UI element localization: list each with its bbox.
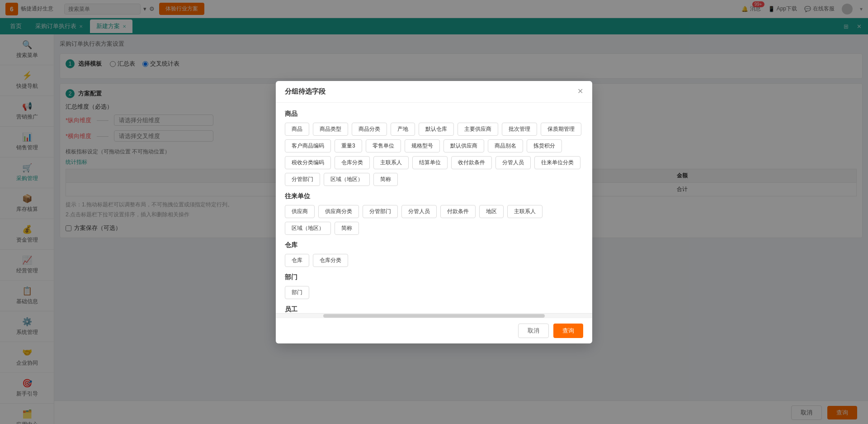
field-chip-0-16[interactable]: 仓库分类 [335, 156, 370, 169]
field-chips-0: 商品商品类型商品分类产地默认仓库主要供应商批次管理保质期管理客户商品编码重量3零… [285, 123, 583, 186]
modal-hscroll-thumb [323, 314, 545, 318]
field-group-title-0: 商品 [285, 110, 583, 118]
field-chip-1-4[interactable]: 付款条件 [440, 205, 476, 218]
field-group-title-2: 仓库 [285, 241, 583, 249]
field-chip-0-0[interactable]: 商品 [285, 123, 309, 136]
modal-cancel-button[interactable]: 取消 [518, 324, 549, 338]
field-chip-3-0[interactable]: 部门 [285, 286, 309, 299]
field-chip-0-18[interactable]: 结算单位 [412, 156, 448, 169]
field-chip-0-6[interactable]: 批次管理 [502, 123, 537, 136]
field-chip-0-9[interactable]: 重量3 [335, 139, 362, 152]
modal-dialog: 分组待选字段 ✕ 商品商品商品类型商品分类产地默认仓库主要供应商批次管理保质期管… [276, 81, 592, 343]
field-chip-0-7[interactable]: 保质期管理 [541, 123, 581, 136]
field-chip-0-4[interactable]: 默认仓库 [419, 123, 454, 136]
modal-header: 分组待选字段 ✕ [276, 81, 592, 103]
field-chip-0-3[interactable]: 产地 [391, 123, 415, 136]
field-chip-1-5[interactable]: 地区 [479, 205, 504, 218]
field-chip-1-0[interactable]: 供应商 [285, 205, 315, 218]
modal-title: 分组待选字段 [285, 87, 326, 96]
field-group-title-1: 往来单位 [285, 192, 583, 200]
field-chip-1-1[interactable]: 供应商分类 [318, 205, 359, 218]
field-chip-1-7[interactable]: 区域（地区） [285, 222, 331, 235]
field-chips-3: 部门 [285, 286, 583, 299]
field-chip-0-11[interactable]: 规格型号 [405, 139, 440, 152]
field-chip-0-24[interactable]: 简称 [373, 173, 398, 186]
modal-overlay: 分组待选字段 ✕ 商品商品商品类型商品分类产地默认仓库主要供应商批次管理保质期管… [0, 0, 868, 424]
field-chip-0-21[interactable]: 往来单位分类 [534, 156, 580, 169]
field-chip-0-15[interactable]: 税收分类编码 [285, 156, 331, 169]
field-chip-0-23[interactable]: 区域（地区） [324, 173, 370, 186]
field-chip-0-19[interactable]: 收付款条件 [451, 156, 492, 169]
field-group-title-4: 员工 [285, 305, 583, 313]
field-chip-1-2[interactable]: 分管部门 [363, 205, 398, 218]
field-chip-0-12[interactable]: 默认供应商 [443, 139, 484, 152]
field-chip-2-1[interactable]: 仓库分类 [313, 254, 348, 267]
field-chip-0-1[interactable]: 商品类型 [313, 123, 348, 136]
field-chip-0-13[interactable]: 商品别名 [488, 139, 523, 152]
field-chip-2-0[interactable]: 仓库 [285, 254, 309, 267]
modal-hscroll [276, 313, 592, 318]
modal-confirm-button[interactable]: 查询 [553, 324, 583, 338]
field-chip-0-17[interactable]: 主联系人 [373, 156, 409, 169]
field-chips-1: 供应商供应商分类分管部门分管人员付款条件地区主联系人区域（地区）简称 [285, 205, 583, 235]
field-chip-0-14[interactable]: 拣货积分 [527, 139, 562, 152]
field-chip-0-8[interactable]: 客户商品编码 [285, 139, 331, 152]
field-chip-0-2[interactable]: 商品分类 [352, 123, 387, 136]
field-chip-0-20[interactable]: 分管人员 [495, 156, 531, 169]
field-chip-0-10[interactable]: 零售单位 [366, 139, 401, 152]
modal-footer: 取消 查询 [276, 318, 592, 343]
modal-close-icon[interactable]: ✕ [577, 88, 583, 95]
field-chip-1-6[interactable]: 主联系人 [507, 205, 542, 218]
field-chip-0-5[interactable]: 主要供应商 [458, 123, 498, 136]
field-group-title-3: 部门 [285, 273, 583, 281]
field-chip-1-3[interactable]: 分管人员 [401, 205, 437, 218]
field-chips-2: 仓库仓库分类 [285, 254, 583, 267]
field-chip-0-22[interactable]: 分管部门 [285, 173, 320, 186]
field-chip-1-8[interactable]: 简称 [335, 222, 359, 235]
modal-body: 商品商品商品类型商品分类产地默认仓库主要供应商批次管理保质期管理客户商品编码重量… [276, 103, 592, 313]
